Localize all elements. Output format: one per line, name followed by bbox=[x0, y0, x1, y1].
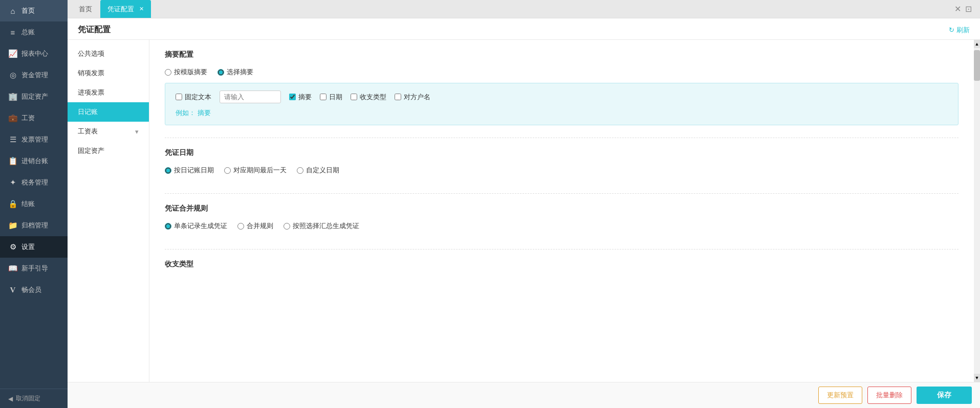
sidebar-item-purchase-sales[interactable]: 📋 进销台账 bbox=[0, 150, 68, 172]
scrollbar-thumb[interactable] bbox=[974, 50, 980, 81]
nav-item-journal[interactable]: 日记账 bbox=[68, 102, 149, 122]
date-checkbox[interactable] bbox=[320, 94, 326, 100]
archive-icon: 📁 bbox=[8, 221, 17, 230]
by-period-last-day-radio[interactable] bbox=[224, 167, 231, 174]
nav-item-purchase-invoice[interactable]: 进项发票 bbox=[68, 83, 149, 102]
ledger-icon: ≡ bbox=[8, 28, 17, 37]
page-title: 凭证配置 bbox=[78, 25, 111, 35]
nav-item-payroll-table[interactable]: 工资表 ▾ bbox=[68, 122, 149, 141]
tab-close-icon[interactable]: ✕ bbox=[139, 6, 144, 12]
sidebar-nav: ⌂ 首页 ≡ 总账 📈 报表中心 ◎ 资金管理 🏢 固定资产 💼 工资 ☰ 发票… bbox=[0, 0, 68, 389]
maximize-window-icon[interactable]: ⊡ bbox=[965, 4, 972, 14]
by-selection-radio[interactable] bbox=[284, 223, 290, 230]
voucher-date-radio-group: 按日记账日期 对应期间最后一天 自定义日期 bbox=[165, 166, 959, 175]
payroll-icon: 💼 bbox=[8, 114, 17, 123]
template-summary-option[interactable]: 按模版摘要 bbox=[165, 67, 207, 77]
sidebar-item-payroll[interactable]: 💼 工资 bbox=[0, 107, 68, 129]
by-selection-option[interactable]: 按照选择汇总生成凭证 bbox=[284, 221, 359, 231]
purchase-sales-icon: 📋 bbox=[8, 156, 17, 166]
voucher-date-title: 凭证日期 bbox=[165, 148, 959, 157]
nav-item-sales-invoice[interactable]: 销项发票 bbox=[68, 63, 149, 83]
sidebar-item-assets[interactable]: 🏢 固定资产 bbox=[0, 86, 68, 107]
by-journal-date-option[interactable]: 按日记账日期 bbox=[165, 166, 214, 175]
sidebar: ⌂ 首页 ≡ 总账 📈 报表中心 ◎ 资金管理 🏢 固定资产 💼 工资 ☰ 发票… bbox=[0, 0, 68, 408]
sidebar-item-ledger[interactable]: ≡ 总账 bbox=[0, 21, 68, 43]
save-button[interactable]: 保存 bbox=[917, 387, 972, 404]
assets-icon: 🏢 bbox=[8, 92, 17, 101]
sidebar-item-archive[interactable]: 📁 归档管理 bbox=[0, 215, 68, 236]
funds-icon: ◎ bbox=[8, 71, 17, 80]
bottom-action-bar: 更新预置 批量删除 保存 bbox=[68, 382, 980, 408]
merge-rules-option[interactable]: 合并规则 bbox=[237, 221, 273, 231]
reports-icon: 📈 bbox=[8, 49, 17, 58]
fixed-text-input[interactable] bbox=[220, 90, 281, 103]
select-summary-option[interactable]: 选择摘要 bbox=[217, 67, 253, 77]
summary-detail-box: 固定文本 摘要 日期 bbox=[165, 83, 959, 125]
merge-rules-radio[interactable] bbox=[237, 223, 244, 230]
sidebar-item-guide[interactable]: 📖 新手引导 bbox=[0, 258, 68, 279]
guide-icon: 📖 bbox=[8, 264, 17, 273]
window-controls: ✕ ⊡ bbox=[954, 4, 976, 14]
refresh-button[interactable]: ↻ 刷新 bbox=[949, 26, 970, 35]
summary-checkbox-row: 固定文本 摘要 日期 bbox=[176, 90, 948, 103]
settings-icon: ⚙ bbox=[8, 242, 17, 252]
sidebar-item-tax[interactable]: ✦ 税务管理 bbox=[0, 172, 68, 193]
batch-delete-button[interactable]: 批量删除 bbox=[867, 387, 911, 404]
chevron-down-icon: ▾ bbox=[135, 128, 139, 135]
by-journal-date-radio[interactable] bbox=[165, 167, 171, 174]
member-icon: V bbox=[8, 286, 17, 294]
tax-icon: ✦ bbox=[8, 178, 17, 187]
voucher-date-section: 凭证日期 按日记账日期 对应期间最后一天 自定义日期 bbox=[165, 148, 959, 194]
sidebar-item-invoice-mgmt[interactable]: ☰ 发票管理 bbox=[0, 129, 68, 150]
unpin-button[interactable]: ◀ 取消固定 bbox=[0, 389, 68, 408]
by-period-last-day-option[interactable]: 对应期间最后一天 bbox=[224, 166, 287, 175]
nav-item-fixed-assets[interactable]: 固定资产 bbox=[68, 141, 149, 161]
income-type-section: 收支类型 bbox=[165, 260, 959, 289]
tab-voucher-config[interactable]: 凭证配置 ✕ bbox=[100, 0, 151, 18]
income-type-checkbox[interactable] bbox=[351, 94, 357, 100]
sidebar-item-home[interactable]: ⌂ 首页 bbox=[0, 0, 68, 21]
close-accounts-icon: 🔒 bbox=[8, 199, 17, 209]
summary-config-section: 摘要配置 按模版摘要 选择摘要 bbox=[165, 50, 959, 138]
income-type-title: 收支类型 bbox=[165, 260, 959, 269]
scrollbar-track bbox=[974, 48, 980, 374]
tabbar: 首页 凭证配置 ✕ ✕ ⊡ bbox=[68, 0, 980, 18]
sidebar-item-reports[interactable]: 📈 报表中心 bbox=[0, 43, 68, 64]
merge-rules-section: 凭证合并规则 单条记录生成凭证 合并规则 按照选择汇总生成凭证 bbox=[165, 204, 959, 250]
main-area: 首页 凭证配置 ✕ ✕ ⊡ 凭证配置 ↻ 刷新 公共选项 销项发票 bbox=[68, 0, 980, 408]
scrollbar-up-arrow[interactable]: ▲ bbox=[974, 40, 980, 48]
invoice-icon: ☰ bbox=[8, 135, 17, 144]
tab-home[interactable]: 首页 bbox=[72, 0, 99, 18]
select-summary-radio[interactable] bbox=[217, 69, 224, 76]
sidebar-item-member[interactable]: V 畅会员 bbox=[0, 279, 68, 301]
fixed-text-checkbox[interactable] bbox=[176, 94, 182, 100]
update-preview-button[interactable]: 更新预置 bbox=[818, 387, 862, 404]
right-scrollbar: ▲ ▼ bbox=[974, 40, 980, 382]
template-summary-radio[interactable] bbox=[165, 69, 171, 76]
page-header: 凭证配置 ↻ 刷新 bbox=[68, 18, 980, 40]
left-nav: 公共选项 销项发票 进项发票 日记账 工资表 ▾ 固定资产 bbox=[68, 40, 149, 382]
summary-config-title: 摘要配置 bbox=[165, 50, 959, 59]
income-type-checkbox-option[interactable]: 收支类型 bbox=[351, 93, 386, 102]
scrollbar-down-arrow[interactable]: ▼ bbox=[974, 374, 980, 382]
custom-date-radio[interactable] bbox=[297, 167, 303, 174]
custom-date-option[interactable]: 自定义日期 bbox=[297, 166, 339, 175]
single-record-radio[interactable] bbox=[165, 223, 171, 230]
sidebar-item-settings[interactable]: ⚙ 设置 bbox=[0, 236, 68, 258]
nav-item-public[interactable]: 公共选项 bbox=[68, 44, 149, 63]
sidebar-item-funds[interactable]: ◎ 资金管理 bbox=[0, 64, 68, 86]
date-checkbox-option[interactable]: 日期 bbox=[320, 93, 342, 102]
single-record-option[interactable]: 单条记录生成凭证 bbox=[165, 221, 227, 231]
counterparty-checkbox-option[interactable]: 对方户名 bbox=[395, 93, 430, 102]
counterparty-checkbox[interactable] bbox=[395, 94, 401, 100]
sidebar-item-close[interactable]: 🔒 结账 bbox=[0, 193, 68, 215]
content-area: 公共选项 销项发票 进项发票 日记账 工资表 ▾ 固定资产 bbox=[68, 40, 980, 382]
summary-preview: 例如： 摘要 bbox=[176, 108, 948, 118]
fixed-text-option[interactable]: 固定文本 bbox=[176, 93, 211, 102]
summary-checkbox[interactable] bbox=[289, 94, 296, 100]
merge-rules-title: 凭证合并规则 bbox=[165, 204, 959, 213]
home-icon: ⌂ bbox=[8, 7, 17, 15]
close-window-icon[interactable]: ✕ bbox=[954, 4, 961, 14]
summary-checkbox-option[interactable]: 摘要 bbox=[289, 93, 312, 102]
pin-icon: ◀ bbox=[8, 395, 13, 402]
